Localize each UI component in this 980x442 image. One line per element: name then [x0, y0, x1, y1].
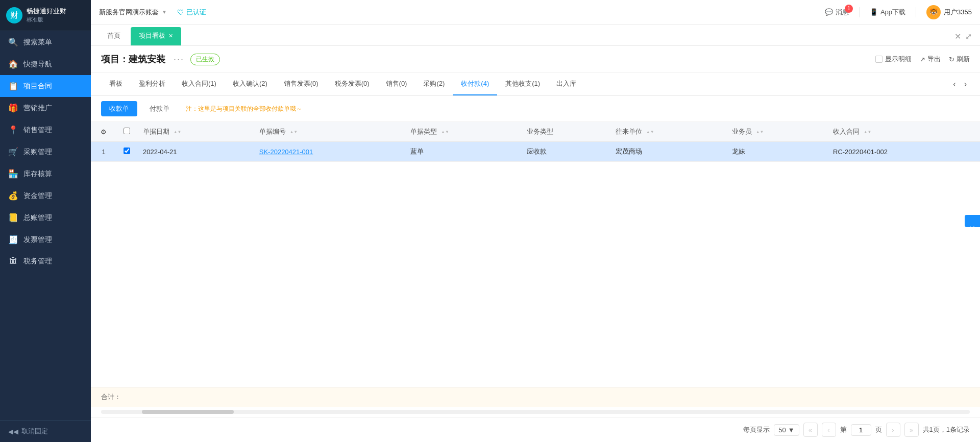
sidebar-item-label-tax: 税务管理 [23, 257, 52, 266]
horizontal-scrollbar-track[interactable] [101, 410, 970, 414]
sub-tab-income-confirm[interactable]: 收入确认(2) [225, 73, 276, 95]
horizontal-scrollbar-thumb[interactable] [142, 410, 234, 414]
sidebar-item-ledger[interactable]: 📒 总账管理 [0, 207, 91, 229]
sub-tab-profit[interactable]: 盈利分析 [131, 73, 174, 95]
account-selector[interactable]: 新服务官网演示账套 ▼ [99, 8, 167, 17]
topbar-right: 💬 消息 1 📱 App下载 🐯 用户3355 [825, 5, 972, 19]
sidebar-item-fund[interactable]: 💰 资金管理 [0, 185, 91, 207]
type-sort-icon[interactable]: ▲▼ [441, 130, 449, 134]
sub-tab-tax-invoice[interactable]: 税务发票(0) [327, 73, 378, 95]
sub-tab-other-expense[interactable]: 其他收支(1) [497, 73, 548, 95]
td-salesman: 龙妹 [726, 142, 827, 162]
sub-tab-income-contract[interactable]: 收入合同(1) [174, 73, 225, 95]
user-button[interactable]: 🐯 用户3355 [926, 5, 972, 19]
tab-home[interactable]: 首页 [99, 27, 129, 45]
pagination-prev-button[interactable]: ‹ [822, 423, 836, 437]
td-income-contract: RC-20220401-002 [827, 142, 980, 162]
inner-tab-receipt-order[interactable]: 收款单 [101, 101, 137, 116]
tab-project-board[interactable]: 项目看板 ✕ [131, 27, 181, 45]
sub-tab-inout-storage-label: 出入库 [556, 80, 576, 87]
sub-tab-sales-invoice[interactable]: 销售发票(0) [276, 73, 327, 95]
sub-tab-inout-storage[interactable]: 出入库 [548, 73, 584, 95]
th-salesman[interactable]: 业务员 ▲▼ [726, 122, 827, 142]
sidebar-item-tax[interactable]: 🏛 税务管理 [0, 251, 91, 272]
table-wrapper: ⚙ 单据日期 ▲▼ 单据编号 ▲▼ [91, 122, 980, 387]
per-page-dropdown-icon: ▼ [788, 426, 795, 434]
sidebar-unpin-button[interactable]: ◀◀ 取消固定 [0, 420, 91, 442]
export-icon: ↗ [920, 56, 925, 63]
income-contract-sort-icon[interactable]: ▲▼ [864, 130, 872, 134]
project-more-button[interactable]: ··· [174, 54, 184, 65]
sub-tab-receipt[interactable]: 收付款(4) [453, 73, 497, 95]
sidebar-item-marketing[interactable]: 🎁 营销推广 [0, 97, 91, 119]
receipt-number-link[interactable]: SK-20220421-001 [259, 148, 313, 156]
per-page-label: 每页显示 [743, 425, 770, 434]
app-download-button[interactable]: 📱 App下载 [870, 8, 905, 17]
partner-sort-icon[interactable]: ▲▼ [646, 130, 654, 134]
number-sort-icon[interactable]: ▲▼ [289, 130, 298, 134]
table-row[interactable]: 1 2022-04-21 SK-20220421-001 蓝单 应收款 宏茂商场… [91, 142, 980, 162]
window-close-button[interactable]: ✕ [954, 32, 961, 41]
feedback-button[interactable]: 反馈 [965, 215, 980, 227]
sub-tab-kanban[interactable]: 看板 [101, 73, 131, 95]
sidebar-item-search[interactable]: 🔍 搜索菜单 [0, 31, 91, 53]
sidebar-item-project-contract[interactable]: 📋 项目合同 [0, 75, 91, 97]
th-income-contract[interactable]: 收入合同 ▲▼ [827, 122, 980, 142]
tab-close-icon[interactable]: ✕ [168, 33, 173, 39]
sidebar-item-sales[interactable]: 📍 销售管理 [0, 119, 91, 141]
th-income-contract-label: 收入合同 [833, 128, 860, 135]
sub-tab-other-expense-label: 其他收支(1) [505, 80, 540, 87]
sidebar-item-label-purchase: 采购管理 [23, 148, 52, 157]
sidebar-item-invoice[interactable]: 🧾 发票管理 [0, 229, 91, 251]
select-all-checkbox[interactable] [124, 128, 130, 134]
show-detail-checkbox[interactable]: 显示明细 [875, 55, 912, 64]
sidebar-item-purchase[interactable]: 🛒 采购管理 [0, 141, 91, 163]
account-dropdown-arrow: ▼ [162, 9, 167, 15]
th-number[interactable]: 单据编号 ▲▼ [253, 122, 405, 142]
th-type-label: 单据类型 [410, 128, 437, 135]
refresh-label: 刷新 [957, 55, 970, 64]
certified-badge: 🛡 已认证 [177, 8, 206, 17]
pagination-page-input[interactable] [851, 424, 871, 436]
pagination-next-button[interactable]: › [886, 423, 900, 437]
sidebar-unpin-icon: ◀◀ [8, 428, 18, 435]
salesman-sort-icon[interactable]: ▲▼ [756, 130, 764, 134]
gift-icon: 🎁 [8, 103, 18, 113]
app-download-label: App下载 [880, 8, 905, 17]
th-type[interactable]: 单据类型 ▲▼ [404, 122, 521, 142]
per-page-select[interactable]: 50 ▼ [774, 424, 799, 436]
settings-icon[interactable]: ⚙ [101, 128, 107, 136]
refresh-icon: ↻ [949, 56, 954, 63]
app-version: 标准版 [27, 16, 66, 23]
export-button[interactable]: ↗ 导出 [920, 55, 941, 64]
tab-home-label: 首页 [107, 32, 120, 39]
window-maximize-button[interactable]: ⤢ [965, 32, 972, 41]
th-partner[interactable]: 往来单位 ▲▼ [609, 122, 726, 142]
message-button[interactable]: 💬 消息 1 [825, 8, 849, 17]
logo-icon: 财 [6, 7, 22, 23]
sidebar-item-quick-nav[interactable]: 🏠 快捷导航 [0, 53, 91, 75]
sidebar-item-inventory[interactable]: 🏪 库存核算 [0, 163, 91, 185]
td-number[interactable]: SK-20220421-001 [253, 142, 405, 162]
show-detail-checkbox-box[interactable] [875, 56, 883, 63]
th-settings[interactable]: ⚙ [91, 122, 116, 142]
app-name-block: 畅捷通好业财 标准版 [27, 7, 66, 23]
sub-tab-sales[interactable]: 销售(0) [378, 73, 415, 95]
refresh-button[interactable]: ↻ 刷新 [949, 55, 970, 64]
pagination-total-info: 共1页，1条记录 [923, 425, 970, 434]
th-checkbox[interactable] [116, 122, 137, 142]
date-sort-icon[interactable]: ▲▼ [174, 130, 182, 134]
sub-tab-purchase[interactable]: 采购(2) [415, 73, 453, 95]
pagination-page-label: 第 [840, 425, 847, 434]
th-date[interactable]: 单据日期 ▲▼ [137, 122, 253, 142]
sub-tab-next-button[interactable]: › [961, 77, 970, 92]
td-checkbox[interactable] [116, 142, 137, 162]
sub-tab-receipt-label: 收付款(4) [461, 80, 489, 87]
pagination-last-icon: » [910, 426, 913, 434]
pagination-first-button[interactable]: « [803, 423, 818, 437]
sub-tab-prev-button[interactable]: ‹ [950, 77, 959, 92]
row-checkbox[interactable] [124, 148, 130, 154]
data-table: ⚙ 单据日期 ▲▼ 单据编号 ▲▼ [91, 122, 980, 162]
inner-tab-payment-order[interactable]: 付款单 [141, 101, 178, 116]
pagination-last-button[interactable]: » [904, 423, 919, 437]
